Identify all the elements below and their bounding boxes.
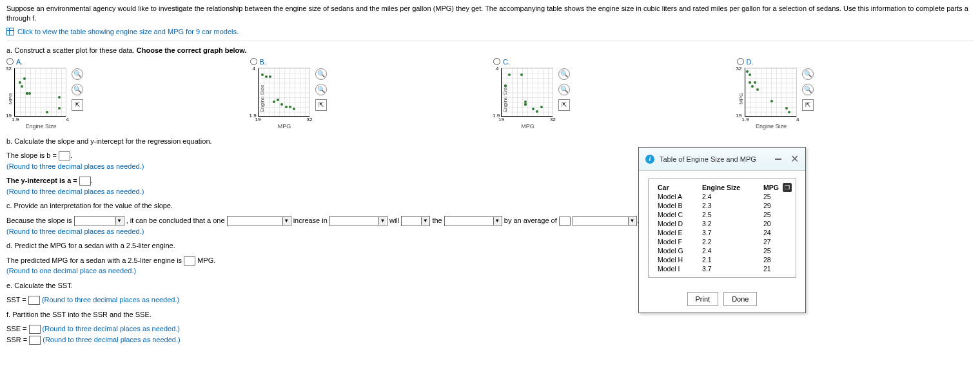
table-row: Model D3.220 [654,219,790,228]
part-c-prompt: c. Provide an interpretation for the val… [6,200,974,211]
select-unit2[interactable]: ▼ [573,216,637,226]
select-var2[interactable]: ▼ [444,216,502,226]
zoom-out-icon[interactable]: 🔍 [72,84,83,95]
radio-icon [6,58,14,65]
table-row: Model E3.724 [654,228,790,237]
part-f-fill: SSE = (Round to three decimal places as … [6,323,974,345]
zoom-out-icon[interactable]: 🔍 [558,84,570,95]
radio-icon [737,58,744,65]
scatter-a: 32 19 [14,68,66,117]
part-f-prompt: f. Partition the SST into the SSR and th… [6,309,974,320]
predicted-mpg-input[interactable] [184,256,195,265]
select-unit[interactable]: ▼ [227,216,291,226]
option-c-radio[interactable]: C. [493,58,730,66]
table-row: Model F2.227 [654,237,790,246]
print-button[interactable]: Print [687,292,719,306]
zoom-in-icon[interactable]: 🔍 [802,68,814,80]
option-a-radio[interactable]: A. [6,58,244,66]
option-d-radio[interactable]: D. [737,58,974,66]
part-e-fill: SST = (Round to three decimal places as … [6,294,974,305]
zoom-out-icon[interactable]: 🔍 [802,84,814,95]
part-d-fill: The predicted MPG for a sedan with a 2.5… [6,255,974,276]
scatter-c: 4 1.9 [501,68,553,117]
popout-icon[interactable]: ⇱ [72,99,83,111]
table-row: Model G2.425 [654,246,790,255]
option-a: A. MPG 32 19 1.94 Engine Size 🔍 🔍 ⇱ [6,58,244,130]
divider [6,41,974,41]
part-e-prompt: e. Calculate the SST. [6,280,974,291]
info-icon: i [645,155,654,164]
part-b-prompt: b. Calculate the slope and y-intercept f… [6,136,974,147]
data-table-dialog: i Table of Engine Size and MPG ✕ ❐ Car E… [638,147,806,313]
scatter-b: 4 1.9 [258,68,309,117]
popout-icon[interactable]: ⇱ [315,99,327,111]
data-table: ❐ Car Engine Size MPG Model A2.425Model … [648,179,796,278]
option-c: C. Engine Size 4 1.9 1932 MPG 🔍 🔍 ⇱ [493,58,730,130]
close-icon[interactable]: ✕ [790,153,799,165]
part-c-fill: Because the slope is ▼ , it can be concl… [6,215,974,237]
dialog-title: Table of Engine Size and MPG [660,155,770,163]
sst-input[interactable] [28,296,40,305]
done-button[interactable]: Done [723,292,757,306]
select-direction[interactable]: ▼ [401,216,430,226]
zoom-in-icon[interactable]: 🔍 [72,68,83,80]
graph-options-row: A. MPG 32 19 1.94 Engine Size 🔍 🔍 ⇱ [6,58,974,130]
popout-icon[interactable]: ⇱ [802,99,814,111]
table-icon [6,28,14,35]
slope-line: The slope is b = . (Round to three decim… [6,150,974,171]
radio-icon [493,58,500,65]
option-b-radio[interactable]: B. [250,58,487,66]
part-d-prompt: d. Predict the MPG for a sedan with a 2.… [6,240,974,251]
select-slope-sign[interactable]: ▼ [74,216,124,226]
part-a-prompt: a. Construct a scatter plot for these da… [6,46,974,54]
intercept-input[interactable] [79,177,91,186]
ssr-input[interactable] [29,336,41,345]
table-body: Model A2.425Model B2.329Model C2.525Mode… [654,192,790,273]
problem-intro: Suppose an environmental agency would li… [6,4,974,24]
sse-input[interactable] [29,325,41,334]
table-row: Model B2.329 [654,201,790,210]
popout-icon[interactable]: ⇱ [558,99,570,111]
zoom-out-icon[interactable]: 🔍 [315,84,327,95]
table-row: Model I3.721 [654,264,790,273]
table-row: Model A2.425 [654,192,790,201]
minimize-icon[interactable] [775,159,781,160]
radio-icon [250,58,257,65]
table-row: Model C2.525 [654,210,790,219]
view-table-text: Click to view the table showing engine s… [17,28,239,35]
view-table-link[interactable]: Click to view the table showing engine s… [6,28,974,35]
table-row: Model H2.128 [654,255,790,264]
scatter-d: 32 19 [745,68,796,117]
zoom-in-icon[interactable]: 🔍 [315,68,327,80]
zoom-in-icon[interactable]: 🔍 [558,68,570,80]
select-var1[interactable]: ▼ [329,216,387,226]
slope-input[interactable] [59,151,70,160]
copy-icon[interactable]: ❐ [783,183,792,192]
option-d: D. MPG 32 19 1.94 Engine Size 🔍 🔍 ⇱ [737,58,974,130]
option-b: B. Engine Size 4 1.9 1932 MPG 🔍 🔍 ⇱ [250,58,487,130]
avg-input[interactable] [559,217,571,226]
intercept-line: The y-intercept is a = . (Round to three… [6,175,974,197]
